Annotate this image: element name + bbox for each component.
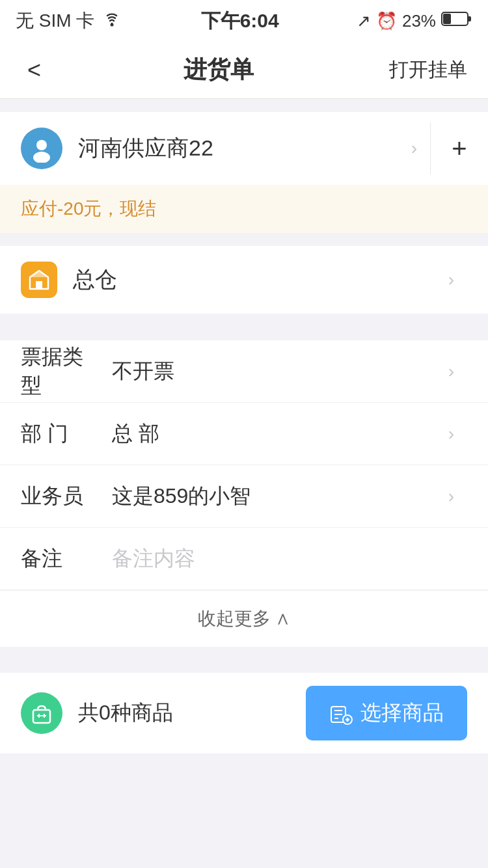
nav-bar: < 进货单 打开挂单 xyxy=(0,42,488,99)
salesperson-row[interactable]: 业务员 这是859的小智 › xyxy=(0,465,488,528)
add-supplier-button[interactable]: + xyxy=(431,112,488,185)
svg-rect-3 xyxy=(468,16,471,21)
invoice-type-value: 不开票 xyxy=(99,357,435,386)
remark-label: 备注 xyxy=(21,545,99,573)
section-gap-4 xyxy=(0,647,488,660)
section-gap-2 xyxy=(0,233,488,246)
status-time: 下午6:04 xyxy=(201,8,279,34)
alarm-icon: ⏰ xyxy=(376,11,397,31)
section-gap-3 xyxy=(0,314,488,327)
status-right: ↗ ⏰ 23% xyxy=(357,10,472,32)
open-pending-button[interactable]: 打开挂单 xyxy=(389,57,467,83)
supplier-name: 河南供应商22 xyxy=(78,133,398,163)
warehouse-chevron-icon: › xyxy=(435,269,467,290)
collapse-button[interactable]: 收起更多 ∧ xyxy=(0,590,488,647)
supplier-avatar xyxy=(21,128,62,169)
section-gap-1 xyxy=(0,99,488,112)
select-product-label: 选择商品 xyxy=(360,699,444,727)
invoice-type-chevron-icon: › xyxy=(435,361,467,382)
warehouse-icon xyxy=(21,262,57,298)
supplier-section: 河南供应商22 › + xyxy=(0,112,488,185)
salesperson-value: 这是859的小智 xyxy=(99,482,435,511)
status-left: 无 SIM 卡 xyxy=(16,8,123,33)
department-chevron-icon: › xyxy=(435,424,467,444)
notice-banner: 应付-20元，现结 xyxy=(0,185,488,233)
wifi-icon xyxy=(101,10,123,32)
bottom-bar: 共0种商品 选择商品 xyxy=(0,673,488,753)
battery-label: 23% xyxy=(402,11,436,31)
form-section: 票据类型 不开票 › 部 门 总 部 › 业务员 这是859的小智 › 备注 备… xyxy=(0,340,488,647)
department-label: 部 门 xyxy=(21,420,99,448)
department-row[interactable]: 部 门 总 部 › xyxy=(0,403,488,465)
location-icon: ↗ xyxy=(357,11,371,31)
warehouse-name: 总仓 xyxy=(73,265,435,295)
svg-rect-8 xyxy=(36,281,42,289)
back-button[interactable]: < xyxy=(21,50,47,90)
page-title: 进货单 xyxy=(183,54,254,86)
remark-row[interactable]: 备注 备注内容 xyxy=(0,528,488,590)
product-count: 共0种商品 xyxy=(78,699,290,727)
svg-marker-9 xyxy=(30,271,48,277)
product-icon xyxy=(21,692,62,734)
salesperson-chevron-icon: › xyxy=(435,486,467,507)
notice-text: 应付-20元，现结 xyxy=(21,198,156,219)
svg-point-5 xyxy=(36,140,47,150)
collapse-label: 收起更多 ∧ xyxy=(198,606,291,631)
supplier-row[interactable]: 河南供应商22 › xyxy=(0,112,430,185)
sim-label: 无 SIM 卡 xyxy=(16,8,94,33)
invoice-type-label: 票据类型 xyxy=(21,343,99,400)
invoice-type-row[interactable]: 票据类型 不开票 › xyxy=(0,340,488,403)
salesperson-label: 业务员 xyxy=(21,482,99,511)
remark-input[interactable]: 备注内容 xyxy=(99,545,467,573)
warehouse-row[interactable]: 总仓 › xyxy=(0,246,488,314)
status-bar: 无 SIM 卡 下午6:04 ↗ ⏰ 23% xyxy=(0,0,488,42)
department-value: 总 部 xyxy=(99,420,435,448)
battery-icon xyxy=(441,10,472,32)
supplier-chevron-icon: › xyxy=(398,138,430,159)
select-product-button[interactable]: 选择商品 xyxy=(306,686,467,740)
svg-rect-2 xyxy=(443,14,451,24)
svg-point-0 xyxy=(111,23,114,26)
